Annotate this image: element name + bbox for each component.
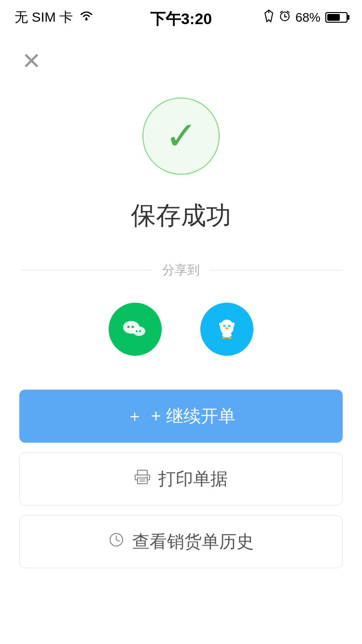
status-time: 下午3:20 — [150, 9, 212, 30]
svg-point-7 — [139, 330, 141, 332]
svg-point-11 — [228, 325, 231, 327]
svg-point-13 — [229, 325, 230, 326]
location-icon — [264, 9, 274, 26]
battery-icon — [325, 12, 348, 23]
close-button-container: ✕ — [19, 35, 343, 78]
status-bar: 无 SIM 卡 下午3:20 68% — [0, 0, 362, 35]
share-section: 分享到 — [19, 262, 343, 356]
svg-point-14 — [225, 327, 228, 329]
close-icon[interactable]: ✕ — [19, 49, 43, 73]
qq-icon — [211, 314, 242, 345]
svg-point-10 — [223, 325, 226, 327]
svg-point-15 — [219, 322, 222, 326]
share-divider: 分享到 — [19, 262, 343, 279]
divider-line-right — [209, 270, 343, 270]
share-icons — [19, 303, 343, 356]
svg-point-16 — [232, 322, 235, 326]
svg-point-0 — [85, 18, 88, 21]
svg-point-6 — [136, 330, 138, 332]
divider-line-left — [19, 270, 153, 270]
checkmark-icon: ✓ — [165, 117, 197, 155]
print-label: 打印单据 — [158, 467, 228, 491]
svg-rect-20 — [138, 478, 147, 484]
carrier-text: 无 SIM 卡 — [14, 8, 73, 27]
main-content: ✕ ✓ 保存成功 分享到 — [0, 35, 362, 568]
share-divider-text: 分享到 — [162, 262, 200, 279]
history-label: 查看销货单历史 — [132, 530, 254, 554]
close-x-symbol: ✕ — [22, 50, 41, 73]
history-icon — [108, 532, 125, 552]
printer-icon — [134, 469, 151, 489]
svg-point-23 — [147, 476, 148, 478]
status-right: 68% — [264, 9, 348, 26]
success-circle: ✓ — [142, 98, 220, 175]
print-button[interactable]: 打印单据 — [19, 452, 343, 505]
continue-label: + 继续开单 — [151, 405, 235, 428]
battery-percent: 68% — [295, 10, 320, 25]
svg-point-12 — [224, 325, 225, 326]
wechat-share-button[interactable] — [109, 303, 162, 356]
wifi-icon — [79, 10, 94, 25]
svg-point-4 — [132, 326, 134, 328]
svg-point-18 — [227, 337, 232, 339]
alarm-icon — [279, 10, 291, 26]
continue-button[interactable]: ＋ + 继续开单 — [19, 390, 343, 443]
status-left: 无 SIM 卡 — [14, 8, 94, 27]
svg-point-3 — [127, 326, 130, 328]
history-button[interactable]: 查看销货单历史 — [19, 515, 343, 568]
wechat-icon — [120, 314, 151, 345]
svg-point-17 — [222, 337, 226, 339]
action-buttons: ＋ + 继续开单 打印单据 — [19, 390, 343, 568]
svg-point-9 — [222, 333, 232, 337]
success-title: 保存成功 — [131, 199, 231, 233]
qq-share-button[interactable] — [200, 303, 253, 356]
svg-rect-19 — [138, 470, 147, 475]
plus-icon: ＋ — [126, 405, 143, 427]
